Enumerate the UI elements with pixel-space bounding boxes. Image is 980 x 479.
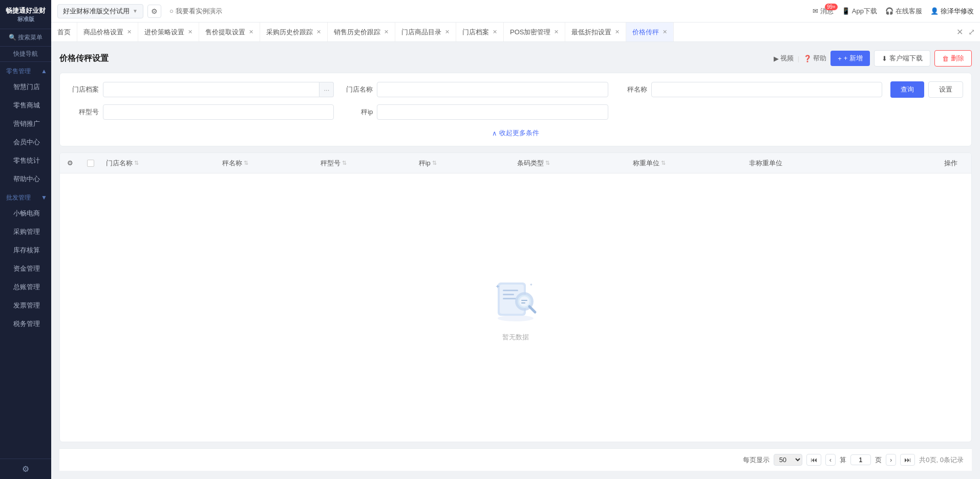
- sidebar-item-retail-mall[interactable]: 零售商城: [0, 96, 51, 115]
- chevron-down-icon: ▼: [133, 8, 138, 14]
- scale-model-input[interactable]: [103, 104, 334, 120]
- collapse-icon: ∧: [492, 129, 497, 137]
- tab-store-profile[interactable]: 门店档案 ✕: [456, 23, 504, 42]
- sidebar-item-invoice[interactable]: 发票管理: [0, 296, 51, 315]
- message-btn[interactable]: ✉ 消息 99+: [813, 7, 834, 16]
- tab-close-min-discount[interactable]: ✕: [615, 29, 620, 35]
- tab-expand-btn[interactable]: ⤢: [967, 26, 976, 38]
- first-page-btn[interactable]: ⏮: [806, 454, 821, 466]
- tab-sale-history[interactable]: 销售历史价跟踪 ✕: [328, 23, 395, 42]
- tab-close-price-scale[interactable]: ✕: [663, 29, 667, 35]
- svg-rect-11: [521, 302, 525, 303]
- download-btn[interactable]: ⬇ 客户端下载: [874, 50, 930, 67]
- tab-store-catalog[interactable]: 门店商品目录 ✕: [395, 23, 456, 42]
- tab-sale-extract[interactable]: 售价提取设置 ✕: [199, 23, 260, 42]
- prev-page-btn[interactable]: ‹: [825, 454, 836, 466]
- sort-store-name-icon[interactable]: ⇅: [134, 160, 139, 166]
- svg-text:✦: ✦: [495, 283, 500, 290]
- header-settings-btn[interactable]: ⚙: [147, 5, 161, 18]
- tab-home[interactable]: 首页: [51, 23, 77, 42]
- th-checkbox[interactable]: [80, 156, 101, 171]
- tab-close-sale-history[interactable]: ✕: [384, 29, 389, 35]
- help-link[interactable]: ❓ 帮助: [803, 54, 826, 63]
- page-title: 价格传秤设置: [59, 53, 109, 64]
- delete-btn[interactable]: 🗑 删除: [934, 50, 972, 67]
- logo-title: 畅捷通好业财: [4, 6, 47, 15]
- page-input[interactable]: [850, 454, 871, 465]
- svg-point-8: [519, 296, 529, 307]
- sort-scale-model-icon[interactable]: ⇅: [342, 160, 347, 166]
- demo-btn[interactable]: ○ 我要看实例演示: [169, 7, 222, 16]
- sidebar: 畅捷通好业财 标准版 🔍 搜索菜单 快捷导航 零售管理 ▲ 智慧门店 零售商城 …: [0, 0, 51, 479]
- sort-barcode-type-icon[interactable]: ⇅: [545, 160, 550, 166]
- th-weight-unit: 称重单位 ⇅: [628, 155, 744, 172]
- sidebar-item-tax[interactable]: 税务管理: [0, 315, 51, 333]
- sidebar-settings-icon[interactable]: ⚙: [22, 465, 29, 473]
- app-download-btn[interactable]: 📱 App下载: [842, 7, 877, 16]
- app-icon: 📱: [842, 7, 850, 15]
- sidebar-item-help-center[interactable]: 帮助中心: [0, 170, 51, 188]
- tab-close-all-btn[interactable]: ✕: [955, 26, 964, 38]
- field-scale-name: 秤名称: [616, 82, 882, 97]
- tab-close-store-catalog[interactable]: ✕: [445, 29, 450, 35]
- online-service-btn[interactable]: 🎧 在线客服: [885, 7, 922, 16]
- sidebar-item-xiaochang[interactable]: 小畅电商: [0, 204, 51, 223]
- quick-nav-btn[interactable]: 快捷导航: [0, 47, 51, 62]
- scale-model-label: 秤型号: [68, 107, 99, 117]
- sort-scale-name-icon[interactable]: ⇅: [244, 160, 248, 166]
- query-btn[interactable]: 查询: [890, 81, 924, 98]
- app-label: App下载: [852, 7, 877, 16]
- sort-weight-unit-icon[interactable]: ⇅: [661, 160, 666, 166]
- tab-close-store-profile[interactable]: ✕: [493, 29, 497, 35]
- field-store-profile: 门店档案 ···: [68, 82, 334, 97]
- sidebar-item-capital[interactable]: 资金管理: [0, 259, 51, 278]
- last-page-btn[interactable]: ⏭: [900, 454, 915, 466]
- help-icon: ❓: [803, 55, 812, 62]
- store-profile-input[interactable]: [103, 82, 319, 97]
- store-name-input[interactable]: [377, 82, 608, 97]
- tab-price-settings[interactable]: 商品价格设置 ✕: [77, 23, 138, 42]
- user-info[interactable]: 👤 徐泽华修改: [930, 7, 974, 16]
- th-gear[interactable]: ⚙: [60, 155, 80, 171]
- next-page-btn[interactable]: ›: [886, 454, 896, 466]
- sidebar-item-purchase[interactable]: 采购管理: [0, 223, 51, 241]
- tab-close-pos-manage[interactable]: ✕: [554, 29, 559, 35]
- scale-ip-label: 秤ip: [342, 107, 373, 117]
- collapse-btn[interactable]: ∧ 收起更多条件: [68, 126, 963, 138]
- video-link[interactable]: ▶ 视频: [774, 54, 794, 63]
- tab-pos-manage[interactable]: POS加密管理 ✕: [504, 23, 565, 42]
- tab-purchase-history[interactable]: 采购历史价跟踪 ✕: [260, 23, 328, 42]
- sidebar-item-ledger[interactable]: 总账管理: [0, 278, 51, 296]
- sidebar-item-smart-store[interactable]: 智慧门店: [0, 78, 51, 96]
- tab-close-purchase-history[interactable]: ✕: [316, 29, 321, 35]
- page-size-select[interactable]: 20 50 100: [774, 454, 802, 466]
- sort-scale-ip-icon[interactable]: ⇅: [432, 160, 437, 166]
- add-btn[interactable]: + + 新增: [830, 51, 870, 66]
- sidebar-item-retail-stats[interactable]: 零售统计: [0, 151, 51, 170]
- page-size-label: 每页显示: [743, 455, 770, 465]
- tab-close-price-settings[interactable]: ✕: [127, 29, 132, 35]
- sidebar-item-inventory[interactable]: 库存核算: [0, 241, 51, 259]
- scale-name-input[interactable]: [651, 82, 882, 97]
- store-profile-suffix-btn[interactable]: ···: [319, 82, 334, 97]
- version-select[interactable]: 好业财标准版交付试用 ▼: [57, 4, 143, 18]
- th-operation: 操作: [930, 155, 971, 172]
- select-all-checkbox[interactable]: [87, 160, 94, 167]
- table-empty-state: ✦ ✦ 暂无数据: [60, 173, 971, 442]
- tab-min-discount[interactable]: 最低折扣设置 ✕: [565, 23, 626, 42]
- search-menu-btn[interactable]: 🔍 搜索菜单: [0, 29, 51, 47]
- tab-purchase-strategy[interactable]: 进价策略设置 ✕: [138, 23, 199, 42]
- search-form: 门店档案 ··· 门店名称 秤名称 查询 设置: [59, 73, 972, 146]
- svg-line-9: [529, 307, 535, 312]
- service-icon: 🎧: [885, 7, 893, 15]
- tab-close-purchase-strategy[interactable]: ✕: [188, 29, 193, 35]
- th-store-name: 门店名称 ⇅: [101, 155, 217, 172]
- sidebar-item-marketing[interactable]: 营销推广: [0, 115, 51, 133]
- tab-close-sale-extract[interactable]: ✕: [249, 29, 253, 35]
- add-icon: +: [838, 55, 842, 62]
- tab-price-scale[interactable]: 价格传秤 ✕: [626, 23, 674, 42]
- setup-btn[interactable]: 设置: [928, 81, 963, 98]
- wholesale-section-label: 批发管理 ▼: [0, 188, 51, 204]
- scale-ip-input[interactable]: [377, 104, 608, 120]
- sidebar-item-member-center[interactable]: 会员中心: [0, 133, 51, 151]
